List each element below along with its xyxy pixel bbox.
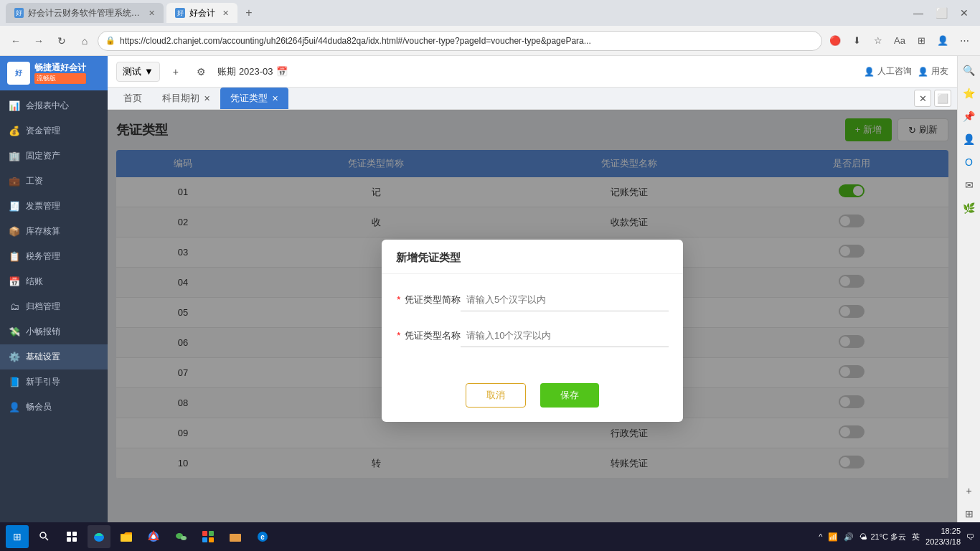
sidebar-item-expense[interactable]: 💸 小畅报销 (0, 319, 108, 344)
tab-home[interactable]: 首页 (113, 88, 152, 109)
sidebar-item-member[interactable]: 👤 畅会员 (0, 395, 108, 420)
company-name: 测试 (123, 65, 141, 78)
sidebar-item-salary[interactable]: 💼 工资 (0, 169, 108, 194)
archive-icon: 🗂 (9, 301, 20, 313)
main-content: 凭证类型 + 新增 ↻ 刷新 编码 凭证类型简称 凭证类型名称 是否启用 (108, 110, 957, 551)
sidebar-item-assets[interactable]: 🏢 固定资产 (0, 143, 108, 169)
consult-button[interactable]: 👤 人工咨询 (864, 65, 912, 77)
chevron-up-icon[interactable]: ^ (819, 532, 822, 541)
home-button[interactable]: ⌂ (75, 31, 95, 51)
sidebar-label-settings: 基础设置 (26, 351, 60, 363)
right-star-icon[interactable]: ⭐ (961, 85, 978, 102)
edge2-taskbar-button[interactable]: e (251, 525, 274, 548)
taskbar-clock[interactable]: 18:25 2023/3/18 (925, 526, 961, 548)
tab-subjects[interactable]: 科目期初 ✕ (152, 88, 220, 109)
edge-taskbar-button[interactable] (88, 525, 110, 548)
folders-taskbar-button[interactable] (224, 525, 247, 548)
save-button[interactable]: 保存 (540, 383, 599, 408)
sidebar-item-dashboard[interactable]: 📊 会报表中心 (0, 93, 108, 118)
split-screen-button[interactable]: ⊞ (911, 31, 931, 51)
address-bar[interactable]: 🔒 https://cloud2.chanjet.com/accounting/… (98, 31, 822, 51)
more-button[interactable]: ⋯ (954, 31, 974, 51)
settings-gear-button[interactable]: ⚙ (192, 62, 212, 82)
right-plus-icon[interactable]: + (961, 482, 978, 499)
abbr-label-text: 凭证类型简称 (405, 294, 461, 305)
sidebar-item-close[interactable]: 📅 结账 (0, 269, 108, 294)
extensions-button[interactable]: 🔴 (825, 31, 845, 51)
close-panel-button[interactable]: ✕ (914, 90, 931, 107)
svg-rect-5 (72, 537, 77, 542)
sidebar-item-guide[interactable]: 📘 新手引导 (0, 369, 108, 395)
sidebar-item-tax[interactable]: 📋 税务管理 (0, 244, 108, 269)
search-taskbar-button[interactable] (33, 525, 56, 548)
right-leaf-icon[interactable]: 🌿 (961, 199, 978, 217)
reading-mode-button[interactable]: Aa (890, 31, 910, 51)
wechat-taskbar-button[interactable] (169, 525, 192, 548)
svg-rect-3 (72, 532, 77, 536)
input-method[interactable]: 英 (912, 532, 920, 542)
file-explorer-button[interactable] (115, 525, 138, 548)
right-pin-icon[interactable]: 📌 (961, 108, 978, 125)
network-icon[interactable]: 📶 (828, 532, 838, 542)
sidebar-item-invoice[interactable]: 🧾 发票管理 (0, 194, 108, 219)
company-select[interactable]: 测试 ▼ (116, 62, 160, 82)
sidebar-item-archive[interactable]: 🗂 归档管理 (0, 294, 108, 319)
favorites-button[interactable]: ☆ (868, 31, 888, 51)
logo-icon: 好 (7, 62, 30, 85)
back-button[interactable]: ← (6, 31, 26, 51)
close-button[interactable]: ✕ (954, 3, 974, 23)
sidebar-logo: 好 畅捷通好会计 流畅版 (0, 56, 108, 90)
tab-close-1[interactable]: ✕ (149, 9, 155, 18)
sidebar-item-inventory[interactable]: 📦 库存核算 (0, 219, 108, 244)
salary-icon: 💼 (9, 176, 20, 187)
sidebar-label-inventory: 库存核算 (26, 225, 60, 237)
tab-favicon-2: 好 (175, 8, 185, 18)
browser-tab-1[interactable]: 好 好会计云财务软件管理系统_会计 ✕ (6, 3, 164, 23)
refresh-nav-button[interactable]: ↻ (52, 31, 72, 51)
tab-home-label: 首页 (123, 92, 142, 105)
add-company-button[interactable]: + (166, 62, 186, 82)
tab-close-2[interactable]: ✕ (222, 9, 229, 18)
name-input[interactable] (461, 324, 669, 347)
volume-icon[interactable]: 🔊 (844, 532, 854, 542)
inventory-icon: 📦 (9, 226, 20, 237)
minimize-button[interactable]: — (908, 3, 928, 23)
right-search-icon[interactable]: 🔍 (961, 62, 978, 79)
start-button[interactable]: ⊞ (6, 525, 29, 548)
browser-chrome: 好 好会计云财务软件管理系统_会计 ✕ 好 好会计 ✕ + — ⬜ ✕ ← → … (0, 0, 980, 56)
notification-icon[interactable]: 🗨 (966, 532, 974, 541)
right-outlook-icon[interactable]: O (961, 154, 978, 171)
browser-tab-2[interactable]: 好 好会计 ✕ (166, 3, 237, 23)
user-button[interactable]: 👤 用友 (918, 65, 948, 77)
sidebar-label-salary: 工资 (26, 175, 43, 187)
new-tab-button[interactable]: + (240, 4, 258, 22)
sidebar-item-settings[interactable]: ⚙️ 基础设置 (0, 344, 108, 369)
svg-rect-7 (121, 534, 132, 542)
forward-button[interactable]: → (29, 31, 49, 51)
sidebar-item-finance[interactable]: 💰 资金管理 (0, 118, 108, 143)
maximize-button[interactable]: ⬜ (931, 3, 951, 23)
right-person-icon[interactable]: 👤 (961, 131, 978, 148)
task-view-button[interactable] (60, 525, 83, 548)
tab-subjects-close[interactable]: ✕ (204, 94, 210, 103)
store-taskbar-button[interactable] (197, 525, 220, 548)
profile-button[interactable]: 👤 (933, 31, 953, 51)
tab-voucher-type[interactable]: 凭证类型 ✕ (220, 88, 288, 109)
right-grid-icon[interactable]: ⊞ (961, 505, 978, 522)
dialog-body: * 凭证类型简称 * 凭证类型名称 (382, 274, 683, 375)
chrome-taskbar-button[interactable] (142, 525, 165, 548)
weather-text: 21°C 多云 (870, 532, 906, 542)
abbr-input[interactable] (461, 288, 669, 311)
downloads-button[interactable]: ⬇ (847, 31, 867, 51)
expense-icon: 💸 (9, 326, 20, 338)
guide-icon: 📘 (9, 377, 20, 388)
form-row-abbr: * 凭证类型简称 (396, 288, 669, 311)
svg-line-1 (46, 538, 49, 541)
cancel-button[interactable]: 取消 (466, 383, 526, 408)
url-text: https://cloud2.chanjet.com/accounting/uh… (120, 36, 814, 46)
expand-panel-button[interactable]: ⬜ (934, 90, 951, 107)
tab-voucher-close[interactable]: ✕ (272, 94, 278, 103)
right-send-icon[interactable]: ✉ (961, 176, 978, 194)
main-area: 测试 ▼ + ⚙ 账期 2023-03 📅 👤 人工咨询 👤 用友 (108, 56, 957, 551)
dialog-footer: 取消 保存 (382, 375, 683, 422)
